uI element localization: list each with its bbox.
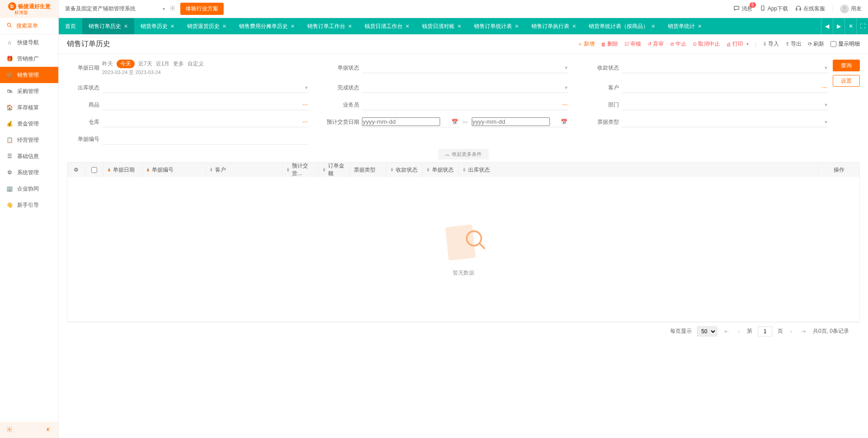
date-chip-2[interactable]: 近7天 xyxy=(138,60,152,68)
th-pay-status[interactable]: ▲▼收款状态 xyxy=(386,163,422,177)
system-settings-icon[interactable] xyxy=(169,5,176,13)
add-button[interactable]: ＋新增 xyxy=(577,40,595,48)
doc-status-select[interactable]: ▾ xyxy=(362,62,568,73)
tab-5[interactable]: 销售订单工作台✕ xyxy=(301,18,358,34)
page-first[interactable]: ⇤ xyxy=(723,328,731,335)
date-chip-5[interactable]: 自定义 xyxy=(188,60,204,68)
tab-0[interactable]: 首页 xyxy=(59,18,82,34)
close-icon[interactable]: ✕ xyxy=(291,23,295,29)
show-detail-input[interactable] xyxy=(830,41,836,47)
export-button[interactable]: ⇧导出 xyxy=(785,40,802,48)
per-page-select[interactable]: 50 xyxy=(697,326,717,336)
page-last[interactable]: ⇥ xyxy=(799,328,807,335)
pay-status-select[interactable]: ▾ xyxy=(622,62,828,73)
search-menu[interactable]: 搜索菜单 xyxy=(0,18,58,34)
close-icon[interactable]: ✕ xyxy=(698,23,702,29)
tab-10[interactable]: 销货单统计表（按商品）✕ xyxy=(582,18,662,34)
dept-select[interactable]: ▾ xyxy=(622,99,828,110)
date-chip-3[interactable]: 近1月 xyxy=(156,60,170,68)
tab-11[interactable]: 销货单统计✕ xyxy=(662,18,708,34)
tab-scroll-left[interactable]: ◀ xyxy=(821,18,833,34)
th-doc-date[interactable]: ▲▼单据日期 xyxy=(103,163,142,177)
nav-item-4[interactable]: 🏠库存核算 xyxy=(0,99,58,116)
th-amount[interactable]: ▲▼订单金额 xyxy=(319,163,350,177)
tab-1[interactable]: 销售订单历史✕ xyxy=(82,18,134,34)
query-button[interactable]: 查询 xyxy=(833,60,860,71)
close-icon[interactable]: ✕ xyxy=(222,23,226,29)
close-icon[interactable]: ✕ xyxy=(124,23,128,29)
user-menu[interactable]: 用友 xyxy=(840,5,862,14)
print-button[interactable]: 🖨打印▾ xyxy=(726,40,749,48)
tab-6[interactable]: 钱货日清工作台✕ xyxy=(358,18,416,34)
page-prev[interactable]: ‹ xyxy=(736,328,741,335)
tab-7[interactable]: 钱货日清对账✕ xyxy=(416,18,468,34)
unstop-button[interactable]: ⊙取消中止 xyxy=(693,40,720,48)
th-settings[interactable]: ⚙ xyxy=(67,163,85,177)
settings-button[interactable]: 设置 xyxy=(833,75,860,87)
industry-plan-button[interactable]: 体验行业方案 xyxy=(180,3,224,15)
show-detail-checkbox[interactable]: 显示明细 xyxy=(830,40,860,48)
nav-item-3[interactable]: 🛍采购管理 xyxy=(0,83,58,99)
tab-2[interactable]: 销货单历史✕ xyxy=(134,18,181,34)
close-icon[interactable]: ✕ xyxy=(170,23,174,29)
tab-8[interactable]: 销售订单统计表✕ xyxy=(468,18,525,34)
system-select[interactable]: 装备及固定资产辅助管理系统 ▾ xyxy=(65,5,165,13)
tab-4[interactable]: 销售费用分摊单历史✕ xyxy=(233,18,301,34)
nav-item-2[interactable]: 🛒销售管理 xyxy=(0,67,58,83)
refresh-button[interactable]: ⟳刷新 xyxy=(808,40,824,48)
deliver-date-to[interactable]: 📅 xyxy=(472,116,569,127)
gear-icon[interactable] xyxy=(6,426,13,434)
nav-item-7[interactable]: ☰基础信息 xyxy=(0,148,58,164)
close-icon[interactable]: ✕ xyxy=(572,23,576,29)
date-chip-4[interactable]: 更多 xyxy=(173,60,184,68)
th-out-status[interactable]: ▲▼出库状态 xyxy=(459,163,819,177)
doc-no-input[interactable] xyxy=(102,134,309,144)
collapse-sidebar-icon[interactable] xyxy=(46,426,52,434)
nav-item-5[interactable]: 💰资金管理 xyxy=(0,116,58,132)
close-icon[interactable]: ✕ xyxy=(348,23,352,29)
done-status-select[interactable]: ▾ xyxy=(362,82,568,93)
th-deliver-date[interactable]: ▲▼预计交货... xyxy=(282,163,319,177)
date-chip-0[interactable]: 昨天 xyxy=(102,60,113,68)
audit-button[interactable]: ☑审核 xyxy=(624,40,641,48)
customer-picker[interactable]: ⋯ xyxy=(622,82,828,93)
th-doc-no[interactable]: ▲▼单据编号 xyxy=(142,163,206,177)
tab-scroll-right[interactable]: ▶ xyxy=(833,18,845,34)
out-status-select[interactable]: ▾ xyxy=(102,82,309,93)
resume-icon: ⊙ xyxy=(693,41,697,47)
tab-3[interactable]: 销货退货历史✕ xyxy=(181,18,233,34)
salesman-picker[interactable]: ⋯ xyxy=(362,99,568,110)
th-ticket-type[interactable]: 票据类型 xyxy=(350,163,386,177)
stop-button[interactable]: ⊘中止 xyxy=(670,40,686,48)
nav-item-9[interactable]: 🏢企业协同 xyxy=(0,181,58,197)
discard-button[interactable]: ↺弃审 xyxy=(647,40,664,48)
messages-button[interactable]: 消息 6 xyxy=(733,5,752,13)
product-picker[interactable]: ⋯ xyxy=(102,99,309,110)
tab-9[interactable]: 销售订单执行表✕ xyxy=(525,18,582,34)
close-icon[interactable]: ✕ xyxy=(651,23,655,29)
date-chip-1[interactable]: 今天 xyxy=(117,60,135,68)
close-icon[interactable]: ✕ xyxy=(405,23,409,29)
nav-item-8[interactable]: ⚙系统管理 xyxy=(0,164,58,181)
page-input[interactable] xyxy=(758,326,772,336)
nav-item-6[interactable]: 📋经营管理 xyxy=(0,132,58,148)
app-download-button[interactable]: App下载 xyxy=(760,5,788,13)
nav-item-0[interactable]: ⌂快捷导航 xyxy=(0,34,58,51)
nav-item-1[interactable]: 🎁营销推广 xyxy=(0,51,58,67)
online-service-button[interactable]: 在线客服 xyxy=(795,5,825,13)
collapse-filters-button[interactable]: ︽ 收起更多条件 xyxy=(438,149,488,159)
th-checkbox[interactable] xyxy=(85,163,103,177)
deliver-date-from[interactable]: 📅 xyxy=(362,116,459,127)
delete-button[interactable]: 🗑删除 xyxy=(601,40,618,48)
warehouse-picker[interactable]: ⋯ xyxy=(102,116,309,127)
th-customer[interactable]: ▲▼客户 xyxy=(206,163,282,177)
page-next[interactable]: › xyxy=(788,328,794,335)
close-icon[interactable]: ✕ xyxy=(457,23,461,29)
ticket-type-select[interactable]: ▾ xyxy=(622,116,828,127)
th-doc-status[interactable]: ▲▼单据状态 xyxy=(422,163,459,177)
tab-close-all[interactable]: ✕ xyxy=(845,18,856,34)
nav-item-10[interactable]: 👋新手引导 xyxy=(0,197,58,213)
tab-fullscreen[interactable]: ⛶ xyxy=(856,18,868,34)
close-icon[interactable]: ✕ xyxy=(515,23,519,29)
import-button[interactable]: ⇩导入 xyxy=(763,40,779,48)
